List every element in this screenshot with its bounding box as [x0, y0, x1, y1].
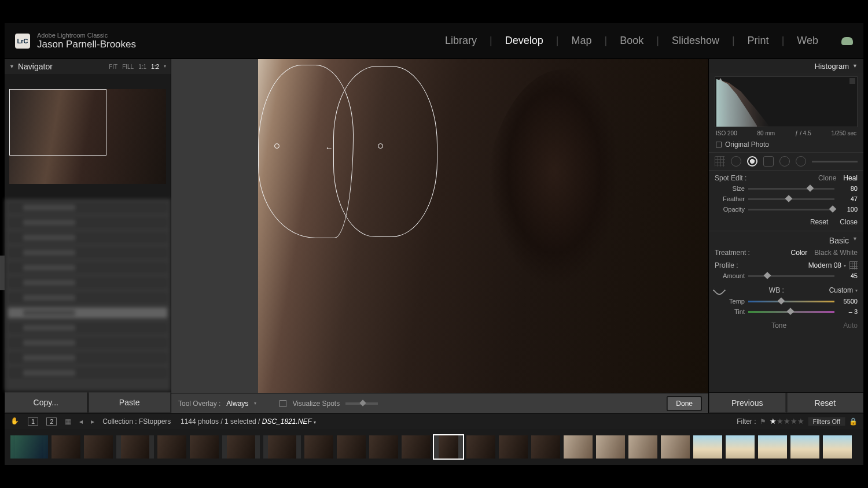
- module-map[interactable]: Map: [571, 35, 591, 47]
- list-item[interactable]: [8, 202, 167, 213]
- thumbnail[interactable]: [402, 435, 431, 459]
- list-item[interactable]: [8, 368, 167, 378]
- thumbnail[interactable]: [661, 435, 690, 459]
- filter-lock-icon[interactable]: 🔒: [849, 417, 858, 426]
- thumbnail[interactable]: [304, 435, 333, 459]
- thumbnail[interactable]: [499, 435, 528, 459]
- clone-mode[interactable]: Clone: [818, 174, 836, 182]
- profile-value[interactable]: Modern 08: [808, 261, 841, 269]
- thumbnail[interactable]: [466, 435, 495, 459]
- spot-tool-icon[interactable]: [731, 156, 741, 167]
- reset-button[interactable]: Reset: [787, 393, 864, 413]
- chevron-down-icon[interactable]: ▾: [254, 401, 256, 406]
- nav-fwd-icon[interactable]: ▸: [91, 417, 94, 426]
- redeye-tool-icon[interactable]: [763, 156, 774, 167]
- thumbnail[interactable]: [726, 435, 755, 459]
- previous-button[interactable]: Previous: [709, 393, 786, 413]
- list-item[interactable]: [8, 323, 167, 333]
- rating-filter[interactable]: ★★★★★: [770, 417, 804, 426]
- thumbnail[interactable]: [84, 435, 113, 459]
- thumbnail[interactable]: [823, 435, 852, 459]
- display-1-icon[interactable]: 1: [28, 417, 38, 426]
- list-item[interactable]: [8, 293, 167, 303]
- module-print[interactable]: Print: [748, 35, 769, 47]
- profile-browser-icon[interactable]: [849, 261, 858, 269]
- radial-filter-icon[interactable]: [796, 156, 806, 167]
- list-item[interactable]: [8, 247, 167, 258]
- thumbnail[interactable]: [758, 435, 787, 459]
- flag-filter-icon[interactable]: ⚑: [760, 417, 766, 426]
- original-photo-toggle[interactable]: Original Photo: [709, 138, 863, 152]
- source-info[interactable]: Collection : FStoppers 1144 photos / 1 s…: [102, 417, 316, 426]
- thumbnail[interactable]: [531, 435, 560, 459]
- display-2-icon[interactable]: 2: [46, 417, 57, 426]
- list-item[interactable]: [8, 263, 167, 273]
- zoom-1to1[interactable]: 1:1: [138, 64, 146, 70]
- highlight-clip-icon[interactable]: [849, 78, 855, 84]
- thumbnail[interactable]: [190, 435, 219, 459]
- eyedropper-icon[interactable]: [713, 284, 726, 297]
- visualize-threshold-slider[interactable]: [345, 402, 378, 405]
- list-item[interactable]: [8, 217, 167, 228]
- module-slideshow[interactable]: Slideshow: [672, 35, 719, 47]
- thumbnail[interactable]: [10, 435, 48, 459]
- wb-value[interactable]: Custom: [829, 286, 853, 294]
- chevron-down-icon[interactable]: ▾: [844, 263, 846, 268]
- thumbnail[interactable]: [790, 435, 819, 459]
- chevron-down-icon[interactable]: ▾: [855, 288, 858, 293]
- crop-tool-icon[interactable]: [715, 156, 725, 167]
- thumbnail[interactable]: [52, 435, 80, 459]
- histogram[interactable]: [715, 76, 858, 127]
- filmstrip[interactable]: [5, 429, 863, 465]
- tool-overlay-value[interactable]: Always: [226, 400, 248, 408]
- brush-size-slider[interactable]: [812, 161, 858, 162]
- thumbnail[interactable]: [337, 435, 366, 459]
- thumbnail[interactable]: [157, 435, 186, 459]
- spot-tool-active-icon[interactable]: [747, 156, 757, 167]
- tint-slider[interactable]: Tint – 3: [715, 306, 858, 317]
- thumbnail[interactable]: [628, 435, 657, 459]
- copy-button[interactable]: Copy...: [5, 392, 87, 413]
- paste-button[interactable]: Paste: [89, 392, 171, 413]
- done-button[interactable]: Done: [667, 397, 701, 411]
- zoom-fill[interactable]: FILL: [122, 64, 134, 70]
- thumbnail[interactable]: [564, 435, 593, 459]
- collections-list[interactable]: [5, 199, 171, 391]
- navigator-viewport-frame[interactable]: [9, 89, 106, 156]
- heal-target-outline[interactable]: [333, 66, 437, 237]
- thumbnail[interactable]: [263, 435, 301, 459]
- zoom-1to2[interactable]: 1:2: [151, 64, 159, 70]
- opacity-slider[interactable]: Opacity 100: [715, 204, 858, 215]
- heal-pin-source[interactable]: [274, 143, 279, 149]
- heal-pin-target[interactable]: [378, 143, 383, 149]
- module-book[interactable]: Book: [620, 35, 643, 47]
- zoom-menu-icon[interactable]: ▾: [164, 64, 166, 70]
- spot-reset-button[interactable]: Reset: [810, 218, 828, 226]
- basic-title[interactable]: Basic: [829, 236, 849, 245]
- list-item[interactable]: [8, 232, 167, 243]
- chevron-down-icon[interactable]: ▾: [314, 420, 316, 425]
- spot-close-button[interactable]: Close: [840, 218, 858, 226]
- auto-tone-button[interactable]: Auto: [843, 321, 858, 330]
- thumbnail[interactable]: [116, 435, 154, 459]
- histogram-header[interactable]: Histogram ▼: [709, 59, 863, 73]
- thumbnail[interactable]: [693, 435, 722, 459]
- list-item-selected[interactable]: [8, 308, 167, 318]
- list-item[interactable]: [8, 278, 167, 288]
- module-library[interactable]: Library: [445, 35, 477, 47]
- size-slider[interactable]: Size 80: [715, 183, 858, 194]
- visualize-spots-checkbox[interactable]: [279, 400, 286, 407]
- left-panel-handle[interactable]: [0, 256, 5, 290]
- feather-slider[interactable]: Feather 47: [715, 194, 858, 204]
- filters-off-dropdown[interactable]: Filters Off: [808, 417, 845, 426]
- thumbnail[interactable]: [596, 435, 625, 459]
- graduated-filter-icon[interactable]: [779, 156, 790, 167]
- temp-slider[interactable]: Temp 5500: [715, 296, 858, 306]
- image-canvas[interactable]: ←: [171, 59, 708, 393]
- nav-back-icon[interactable]: ◂: [79, 417, 83, 426]
- zoom-fit[interactable]: FIT: [109, 64, 117, 70]
- thumbnail[interactable]: [222, 435, 260, 459]
- heal-mode[interactable]: Heal: [843, 174, 858, 182]
- list-item[interactable]: [8, 338, 167, 348]
- module-web[interactable]: Web: [797, 35, 818, 47]
